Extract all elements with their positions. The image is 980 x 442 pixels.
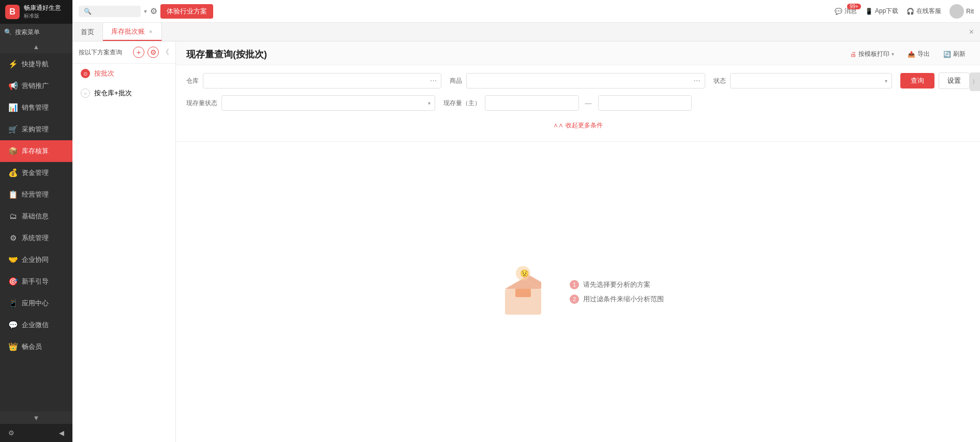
warehouse-input[interactable]: ··· [203, 73, 441, 89]
left-panel-title: 按以下方案查询 [79, 48, 122, 57]
search-icon: 🔍 [84, 8, 92, 15]
export-button[interactable]: 📤 导出 [903, 48, 934, 61]
sidebar-item-system[interactable]: ⚙ 系统管理 [0, 227, 72, 249]
tip-2-text: 用过滤条件来缩小分析范围 [583, 294, 664, 304]
notifications-button[interactable]: 💬 消息 99+ [835, 7, 857, 16]
collapse-more-button[interactable]: ∧∧ 收起更多条件 [186, 117, 970, 134]
warehouse-dots[interactable]: ··· [430, 76, 437, 85]
settings-button[interactable]: 设置 [939, 72, 970, 89]
stock-status-select[interactable]: ▾ [221, 95, 435, 111]
user-avatar[interactable]: Rit [949, 4, 974, 19]
scroll-up-button[interactable]: ▲ [0, 41, 72, 53]
sidebar-item-basic[interactable]: 🗂 基础信息 [0, 205, 72, 227]
stock-status-chevron-icon: ▾ [428, 100, 430, 106]
tab-home[interactable]: 首页 [72, 23, 103, 41]
sidebar-item-marketing[interactable]: 📢 营销推广 [0, 75, 72, 97]
stock-qty-label: 现存量（主） [443, 99, 481, 108]
sidebar-item-wechat[interactable]: 💬 企业微信 [0, 314, 72, 336]
left-panel-header: 按以下方案查询 + ⚙ 《 [72, 41, 175, 64]
print-icon: 🖨 [850, 51, 856, 58]
system-icon: ⚙ [8, 233, 18, 243]
sidebar-item-inventory[interactable]: 📦 库存核算 [0, 140, 72, 162]
filter-row-1: 仓库 ··· 商品 ··· 状态 [186, 72, 970, 89]
plan-by-batch[interactable]: ⊙ 按批次 [72, 64, 175, 83]
stock-qty-range: — [485, 95, 692, 111]
page-title: 现存量查询(按批次) [186, 48, 267, 61]
product-input[interactable]: ··· [466, 73, 705, 89]
collapse-label: 收起更多条件 [566, 122, 603, 129]
svg-rect-3 [515, 289, 531, 297]
sidebar-item-operations[interactable]: 📋 经营管理 [0, 184, 72, 205]
tip-2-number: 2 [570, 294, 579, 304]
basic-icon: 🗂 [8, 212, 18, 220]
topbar-dropdown-icon[interactable]: ▾ [144, 8, 147, 15]
sidebar-item-sales[interactable]: 📊 销售管理 [0, 97, 72, 119]
search-label: 搜索菜单 [15, 28, 40, 37]
product-dots[interactable]: ··· [693, 76, 700, 85]
sidebar-item-enterprise[interactable]: 🤝 企业协同 [0, 249, 72, 271]
empty-tip-2: 2 用过滤条件来缩小分析范围 [570, 294, 664, 304]
sales-icon: 📊 [8, 103, 18, 112]
sidebar-item-label: 企业微信 [22, 320, 49, 330]
right-panel-close[interactable]: 〉 [970, 72, 980, 91]
sidebar-item-member[interactable]: 👑 畅会员 [0, 336, 72, 358]
refresh-button[interactable]: 🔄 刷新 [939, 48, 970, 61]
query-button[interactable]: 查询 [900, 73, 934, 89]
sidebar-item-purchase[interactable]: 🛒 采购管理 [0, 119, 72, 140]
purchase-icon: 🛒 [8, 125, 18, 134]
print-label: 按模板打印 [858, 50, 889, 58]
plan-settings-button[interactable]: ⚙ [147, 47, 159, 58]
sidebar-item-quick-nav[interactable]: ⚡ 快捷导航 [0, 53, 72, 75]
status-chevron-icon: ▾ [885, 78, 887, 84]
sidebar-item-finance[interactable]: 💰 资金管理 [0, 162, 72, 184]
main-content: 🔍 ▾ ⚙ 体验行业方案 💬 消息 99+ 📱 App下载 🎧 在线客服 [72, 0, 980, 442]
empty-tip-1: 1 请先选择要分析的方案 [570, 280, 664, 289]
page-header: 现存量查询(按批次) 🖨 按模板打印 ▾ 📤 导出 🔄 刷新 [176, 41, 980, 65]
search-icon: 🔍 [4, 28, 12, 36]
sidebar-item-newbie[interactable]: 🎯 新手引导 [0, 271, 72, 292]
app-download-label: App下载 [875, 7, 898, 16]
sidebar-settings-icon[interactable]: ⚙ [8, 429, 14, 437]
collapse-panel-button[interactable]: 《 [162, 48, 169, 57]
stock-qty-min-input[interactable] [485, 95, 579, 111]
sidebar-item-label: 经营管理 [22, 190, 49, 199]
topbar-right: 💬 消息 99+ 📱 App下载 🎧 在线客服 Rit [835, 4, 974, 19]
experience-industry-button[interactable]: 体验行业方案 [160, 4, 213, 19]
sidebar-item-appstore[interactable]: 📱 应用中心 [0, 292, 72, 314]
sidebar-item-label: 库存核算 [22, 146, 49, 156]
app-logo: B [5, 5, 20, 19]
app-download-button[interactable]: 📱 App下载 [865, 7, 898, 16]
sidebar-header: B 畅康通好生意 标准版 [0, 0, 72, 24]
sidebar-item-label: 应用中心 [22, 299, 49, 308]
plan-by-warehouse-batch[interactable]: ○ 按仓库+批次 [72, 83, 175, 103]
topbar-search-box[interactable]: 🔍 [79, 6, 141, 17]
sidebar: B 畅康通好生意 标准版 🔍 搜索菜单 ▲ ⚡ 快捷导航 📢 营销推广 📊 销售… [0, 0, 72, 442]
tab-close-button[interactable]: × [148, 28, 153, 35]
sidebar-search[interactable]: 🔍 搜索菜单 [0, 24, 72, 41]
notification-icon: 💬 [835, 8, 842, 15]
svg-text:😟: 😟 [520, 269, 529, 278]
sidebar-item-label: 销售管理 [22, 103, 49, 112]
plan-batch-label: 按批次 [94, 69, 114, 78]
sidebar-collapse-icon[interactable]: ◀ [59, 429, 64, 437]
filter-row-2: 现存量状态 ▾ 现存量（主） — [186, 95, 970, 111]
left-panel: 按以下方案查询 + ⚙ 《 ⊙ 按批次 ○ 按仓库+批次 [72, 41, 176, 442]
online-service-button[interactable]: 🎧 在线客服 [907, 7, 941, 16]
empty-illustration: 😟 [492, 260, 554, 324]
scroll-down-button[interactable]: ▼ [0, 411, 72, 424]
tab-batch-label: 库存批次账 [111, 27, 145, 36]
topbar-settings-icon[interactable]: ⚙ [150, 6, 157, 16]
sidebar-item-label: 企业协同 [22, 255, 49, 264]
print-button[interactable]: 🖨 按模板打印 ▾ [846, 48, 898, 61]
filter-product: 商品 ··· [450, 73, 705, 89]
content-area: 按以下方案查询 + ⚙ 《 ⊙ 按批次 ○ 按仓库+批次 现存量查询(按批次) [72, 41, 980, 442]
sidebar-item-label: 营销推广 [22, 81, 49, 91]
topbar: 🔍 ▾ ⚙ 体验行业方案 💬 消息 99+ 📱 App下载 🎧 在线客服 [72, 0, 980, 23]
topbar-breadcrumb: 🔍 ▾ ⚙ 体验行业方案 [79, 4, 829, 19]
app-download-icon: 📱 [865, 8, 873, 15]
tab-batch-account[interactable]: 库存批次账 × [103, 23, 162, 41]
close-all-tabs-button[interactable]: × [969, 27, 974, 37]
add-plan-button[interactable]: + [133, 47, 144, 58]
stock-qty-max-input[interactable] [598, 95, 692, 111]
status-select[interactable]: ▾ [730, 73, 892, 89]
